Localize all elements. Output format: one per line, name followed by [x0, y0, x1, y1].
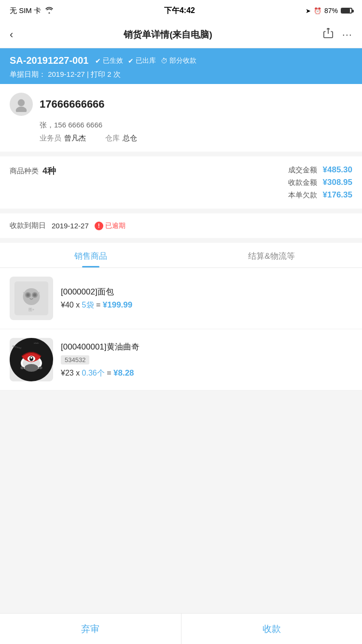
price-unit-1: ¥40 — [61, 301, 74, 309]
amount-row: 成交金额 ¥485.30 — [288, 165, 352, 175]
sales-meta: 业务员 曾凡杰 — [40, 134, 86, 143]
product-list: 图+ [0000002]面包 ¥40 x 5袋 = ¥199.99 — [0, 268, 362, 391]
received-value: ¥308.95 — [323, 178, 352, 187]
stats-right: 成交金额 ¥485.30 收款金额 ¥308.95 本单欠款 ¥176.35 — [288, 165, 352, 200]
svg-point-2 — [16, 107, 27, 112]
customer-meta: 业务员 曾凡杰 仓库 总仓 — [10, 134, 352, 143]
product-title-2: 黄油曲奇 — [107, 342, 139, 351]
product-thumb-1: 图+ — [10, 277, 53, 320]
product-code-1: [0000002] — [61, 287, 97, 296]
status-badges: ✔ 已生效 ✔ 已出库 ⏱ 部分收款 — [95, 56, 196, 65]
tab-settlement-label: 结算&物流等 — [248, 252, 294, 261]
received-label: 收款金额 — [288, 178, 317, 187]
svg-point-7 — [27, 294, 30, 297]
price-unit-2: ¥23 — [61, 369, 74, 377]
svg-point-4 — [23, 288, 40, 305]
debt-value: ¥176.35 — [323, 190, 352, 200]
sales-label: 业务员 — [40, 134, 61, 143]
badge-effective: ✔ 已生效 — [95, 56, 123, 65]
due-date-label: 收款到期日 — [10, 221, 46, 230]
price-qty-1: 5袋 — [82, 301, 94, 309]
amount-value: ¥485.30 — [323, 165, 352, 175]
svg-point-16 — [25, 364, 38, 372]
product-item: 图+ [0000002]面包 ¥40 x 5袋 = ¥199.99 — [0, 268, 362, 329]
stats-left: 商品种类 4种 — [10, 165, 56, 177]
badge-partial-label: 部分收款 — [169, 56, 196, 65]
debt-row: 本单欠款 ¥176.35 — [288, 190, 352, 200]
tab-sales-products[interactable]: 销售商品 — [0, 243, 181, 267]
debt-label: 本单欠款 — [288, 191, 317, 200]
amount-label: 成交金额 — [288, 166, 317, 175]
status-time: 下午4:42 — [164, 6, 195, 16]
customer-phone: 17666666666 — [40, 98, 105, 111]
product-price-2: ¥23 x 0.36个 = ¥8.28 — [61, 368, 352, 378]
customer-contact: 张，156 6666 6666 — [10, 121, 352, 130]
svg-point-1 — [18, 99, 25, 106]
cancel-review-button[interactable]: 弃审 — [0, 614, 181, 644]
product-title-1: 面包 — [97, 287, 114, 296]
avatar — [10, 93, 33, 116]
warehouse-label: 仓库 — [105, 134, 120, 143]
sales-value: 曾凡杰 — [64, 134, 86, 143]
due-date-value: 2019-12-27 — [52, 222, 89, 230]
price-total-2: ¥8.28 — [113, 368, 134, 378]
customer-top: 17666666666 — [10, 93, 352, 116]
clock-icon: ⏱ — [161, 57, 167, 65]
product-sku-2: 534532 — [61, 355, 89, 364]
overdue-badge: ! 已逾期 — [95, 222, 125, 230]
nav-actions: ··· — [323, 28, 352, 41]
warehouse-meta: 仓库 总仓 — [105, 134, 137, 143]
badge-partial: ⏱ 部分收款 — [161, 56, 196, 65]
share-button[interactable] — [323, 28, 334, 41]
header-banner: SA-20191227-001 ✔ 已生效 ✔ 已出库 ⏱ 部分收款 单据日期：… — [0, 48, 362, 84]
battery-label: 87% — [324, 7, 338, 14]
product-price-1: ¥40 x 5袋 = ¥199.99 — [61, 300, 352, 310]
overdue-icon: ! — [95, 222, 103, 230]
overdue-label: 已逾期 — [105, 222, 125, 230]
date-label: 单据日期： — [10, 70, 46, 78]
header-top: SA-20191227-001 ✔ 已生效 ✔ 已出库 ⏱ 部分收款 — [10, 55, 352, 66]
svg-text:图+: 图+ — [28, 308, 35, 312]
product-info-1: [0000002]面包 ¥40 x 5袋 = ¥199.99 — [61, 286, 352, 310]
product-item-2: diamond whale [000400001]黄油曲奇 534532 ¥23… — [0, 329, 362, 391]
svg-point-8 — [33, 294, 37, 297]
product-info-2: [000400001]黄油曲奇 534532 ¥23 x 0.36个 = ¥8.… — [61, 341, 352, 378]
stats-card: 商品种类 4种 成交金额 ¥485.30 收款金额 ¥308.95 本单欠款 ¥… — [0, 156, 362, 209]
type-value: 4种 — [42, 165, 56, 177]
order-id: SA-20191227-001 — [10, 55, 88, 66]
page-title: 销货单详情(来自电脑) — [124, 28, 212, 41]
print-info: | 打印 2 次 — [87, 70, 121, 78]
tabs-bar: 销售商品 结算&物流等 — [0, 243, 362, 268]
check-icon-1: ✔ — [95, 57, 101, 65]
badge-shipped-label: 已出库 — [136, 56, 156, 65]
badge-effective-label: 已生效 — [103, 56, 123, 65]
type-label: 商品种类 — [10, 167, 39, 176]
status-bar: 无 SIM 卡 下午4:42 ➤ ⏰ 87% — [0, 0, 362, 21]
header-sub: 单据日期： 2019-12-27 | 打印 2 次 — [10, 70, 352, 79]
received-row: 收款金额 ¥308.95 — [288, 178, 352, 187]
status-left: 无 SIM 卡 — [10, 6, 54, 15]
product-name-1: [0000002]面包 — [61, 286, 352, 297]
customer-card: 17666666666 张，156 6666 6666 业务员 曾凡杰 仓库 总… — [0, 84, 362, 152]
price-total-1: ¥199.99 — [103, 300, 132, 309]
warehouse-value: 总仓 — [123, 134, 137, 143]
badge-shipped: ✔ 已出库 — [128, 56, 156, 65]
tab-sales-label: 销售商品 — [74, 252, 107, 261]
nav-bar: ‹ 销货单详情(来自电脑) ··· — [0, 21, 362, 48]
svg-text:whale: whale — [34, 342, 39, 344]
date-value: 2019-12-27 — [48, 70, 85, 78]
location-icon: ➤ — [306, 7, 311, 14]
due-date-card: 收款到期日 2019-12-27 ! 已逾期 — [0, 213, 362, 238]
alarm-icon: ⏰ — [314, 7, 321, 14]
check-icon-2: ✔ — [128, 57, 134, 65]
back-button[interactable]: ‹ — [10, 28, 13, 41]
carrier-label: 无 SIM 卡 — [10, 6, 41, 15]
status-right: ➤ ⏰ 87% — [306, 7, 352, 14]
collect-payment-button[interactable]: 收款 — [181, 614, 362, 644]
svg-point-15 — [30, 357, 32, 359]
more-button[interactable]: ··· — [342, 28, 352, 41]
battery-icon — [341, 8, 352, 14]
wifi-icon — [45, 7, 54, 15]
tab-settlement[interactable]: 结算&物流等 — [181, 243, 362, 267]
product-name-2: [000400001]黄油曲奇 — [61, 341, 352, 352]
